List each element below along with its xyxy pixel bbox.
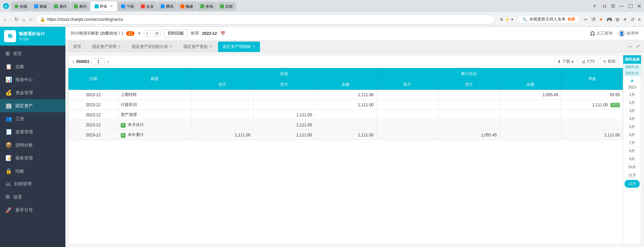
- refresh-button[interactable]: ↻ 刷新: [600, 57, 619, 66]
- page-tab-home[interactable]: 首页: [68, 41, 86, 52]
- row4-accum-credit: [438, 120, 500, 130]
- print-button[interactable]: 🖨 打印: [579, 57, 598, 66]
- period-item-1[interactable]: 1月: [623, 91, 641, 99]
- sidebar-item-home[interactable]: ⊞ 首页: [0, 47, 65, 60]
- address-input-box[interactable]: 🔒 https://cloud.chanjet.com/accounting/u…: [36, 14, 495, 24]
- sidebar-item-fixed-assets[interactable]: 🏢 固定资产: [0, 99, 65, 112]
- sidebar-item-archive[interactable]: 🗂 归档管理: [0, 178, 65, 190]
- maximize-page-icon[interactable]: ⤢: [636, 44, 640, 49]
- maximize-button[interactable]: ☐: [627, 3, 634, 9]
- search-box[interactable]: 🔍 央视更新主持人名单 热搜: [518, 15, 579, 23]
- prev-page-button[interactable]: ‹: [72, 59, 74, 65]
- add-company-button[interactable]: +: [144, 30, 151, 37]
- browser-tab-haohui[interactable]: 好会 ✕: [90, 1, 117, 11]
- notification-badge: 11: [126, 31, 134, 36]
- brightness-icon[interactable]: ☀: [623, 17, 627, 22]
- address-url-text: https://cloud.chanjet.com/accounting/uw1…: [47, 17, 123, 22]
- tab-icon-tax: [121, 4, 125, 8]
- sidebar-item-funds[interactable]: 💰 资金管理: [0, 86, 65, 99]
- col-sub-orig-credit: 贷方: [253, 80, 315, 90]
- minimize-button[interactable]: —: [618, 3, 626, 9]
- home-button[interactable]: ⌂: [21, 16, 26, 23]
- tab-icon-haohui: [95, 4, 99, 8]
- menu-icon[interactable]: ≡: [638, 17, 641, 22]
- period-item-3[interactable]: 3月: [623, 107, 641, 115]
- grid-icon[interactable]: ⊞: [615, 17, 620, 22]
- table-row: 2023-12 上期结转 1,111.00 1,055.45 55.55: [69, 90, 623, 100]
- page-tab-fixed-assets-mgmt[interactable]: 固定资产管理 ✕: [87, 41, 126, 52]
- extensions-icon[interactable]: ⚙: [500, 17, 503, 22]
- period-item-11[interactable]: 11月: [623, 171, 641, 179]
- period-item-8[interactable]: 8月: [623, 147, 641, 155]
- dropdown-arrow[interactable]: ▾: [511, 17, 513, 22]
- browser-tab-muqian[interactable]: 目前: [217, 2, 236, 11]
- sidebar-item-settings[interactable]: ⚙ 设置: [0, 190, 65, 203]
- dropdown-arrow-topbar[interactable]: ▾: [138, 30, 141, 37]
- period-scroll-up[interactable]: ▲: [623, 76, 641, 84]
- customer-service-button[interactable]: 🎧 人工咨询: [590, 30, 612, 36]
- browser-tab-tencent[interactable]: 腾讯: [157, 2, 177, 11]
- row2-orig-credit: [253, 100, 315, 110]
- period-item-10[interactable]: 10月: [623, 163, 641, 171]
- sidebar-item-ledger[interactable]: 📋 总账: [0, 60, 65, 73]
- browser-tab-changjie[interactable]: 畅捷: [177, 2, 197, 11]
- tab-close-haohui[interactable]: ✕: [110, 4, 113, 8]
- page-tab-close-2[interactable]: ✕: [169, 45, 172, 49]
- sidebar-item-guide[interactable]: 🚀 新手引导: [0, 203, 65, 217]
- period-item-7[interactable]: 7月: [623, 139, 641, 147]
- period-item-year[interactable]: 2023: [623, 84, 641, 91]
- archive-nav-icon: 🗂: [5, 181, 11, 187]
- browser-tab-online[interactable]: 在线: [11, 2, 31, 11]
- undo-icon[interactable]: ↺: [631, 17, 635, 22]
- reload-button[interactable]: ↻: [14, 16, 19, 23]
- next-page-button[interactable]: ›: [107, 59, 109, 65]
- row3-accum-credit: [438, 110, 500, 120]
- sidebar-item-tax[interactable]: 📝 税务管理: [0, 151, 65, 165]
- sidebar-item-payroll-label: 工资: [15, 116, 24, 122]
- switch-version-button[interactable]: 切到旧版: [164, 29, 187, 37]
- row1-orig-debit: [192, 90, 254, 100]
- cut-icon[interactable]: ✂: [584, 17, 588, 22]
- period-item-6[interactable]: 6月: [623, 131, 641, 139]
- page-tab-close-3[interactable]: ✕: [209, 45, 212, 49]
- calendar-icon[interactable]: 📅: [220, 31, 225, 36]
- page-tab-close-4[interactable]: ✕: [252, 45, 255, 49]
- bookmark-button[interactable]: ☆: [28, 16, 34, 23]
- translate-icon[interactable]: 译: [591, 16, 596, 22]
- back-button[interactable]: ‹: [3, 16, 6, 23]
- sidebar-item-reports[interactable]: 📊 报表中心: [0, 73, 65, 86]
- period-item-2[interactable]: 2月: [623, 99, 641, 107]
- window-icon-button[interactable]: ⧉: [610, 3, 616, 9]
- sidebar-item-invoice[interactable]: 🧾 发票管理: [0, 125, 65, 138]
- browser-tab-yidai2[interactable]: 易代: [70, 2, 90, 11]
- settings-small-button[interactable]: ⚙: [154, 30, 161, 37]
- lightning-icon[interactable]: ⚡: [505, 17, 510, 22]
- star-icon[interactable]: ★: [599, 17, 603, 22]
- user-profile-button[interactable]: 👤 徐译华: [618, 30, 639, 37]
- sidebar-item-purchase[interactable]: 📦 进销台账: [0, 138, 65, 151]
- game-icon[interactable]: 🎮: [606, 17, 612, 22]
- period-item-12-active[interactable]: 12月: [625, 180, 640, 188]
- page-tab-asset-category[interactable]: 固定资产类别 ✕: [178, 41, 217, 52]
- row3-accum-balance: [499, 110, 561, 120]
- page-tab-depreciation-stats[interactable]: 固定资产折旧统计表 ✕: [127, 41, 177, 52]
- period-item-5[interactable]: 5月: [623, 123, 641, 131]
- browser-tab-gedi[interactable]: 各地: [197, 2, 216, 11]
- close-window-button[interactable]: ✕: [636, 3, 643, 9]
- minimize-page-icon[interactable]: —: [628, 44, 633, 49]
- browser-tab-tax[interactable]: 个税: [118, 2, 137, 11]
- period-item-9[interactable]: 9月: [623, 155, 641, 163]
- browser-tab-yidai1[interactable]: 易代: [51, 2, 70, 11]
- period-item-4[interactable]: 4月: [623, 115, 641, 123]
- page-tab-close-1[interactable]: ✕: [118, 45, 121, 49]
- sidebar-item-payroll[interactable]: 👥 工资: [0, 112, 65, 125]
- forward-button[interactable]: ›: [8, 16, 11, 23]
- browser-tab-enterprise[interactable]: 企业: [138, 2, 157, 11]
- print-label: 打印: [587, 59, 595, 64]
- page-tab-detail-ledger[interactable]: 固定资产明细账 ✕: [218, 42, 260, 52]
- new-tab-button[interactable]: +: [590, 2, 599, 10]
- page-input[interactable]: [92, 58, 105, 65]
- browser-tab-new[interactable]: 新版: [31, 2, 50, 11]
- download-button[interactable]: ⬇ 下载 ▾: [554, 57, 577, 66]
- sidebar-item-close[interactable]: 🔒 结账: [0, 165, 65, 178]
